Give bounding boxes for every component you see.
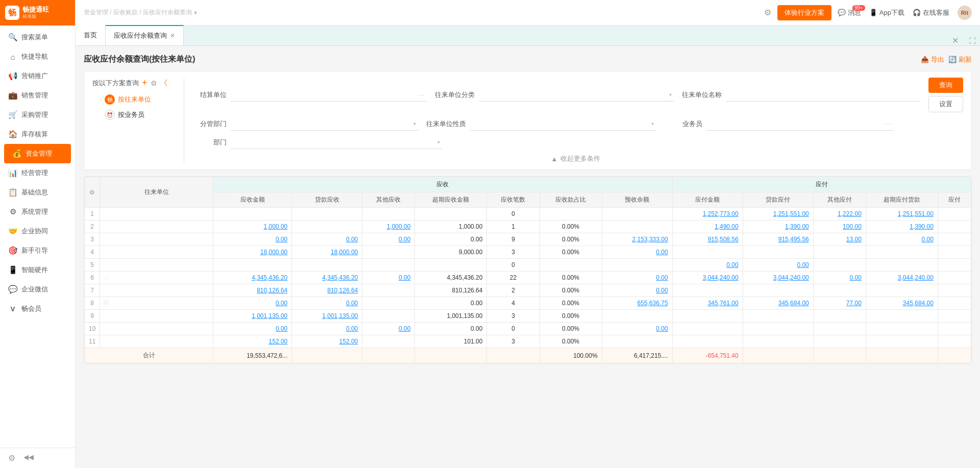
table-cell[interactable] (866, 335, 938, 348)
table-cell[interactable] (602, 310, 672, 323)
cell-link[interactable]: 3,044,240.00 (703, 274, 739, 281)
table-cell[interactable] (813, 246, 866, 259)
table-cell[interactable]: 0.00 (602, 323, 672, 335)
table-cell[interactable]: 0.00 (292, 297, 362, 310)
breadcrumb-chevron-icon[interactable]: ▾ (194, 9, 197, 16)
table-cell[interactable]: 1,222.00 (813, 208, 866, 220)
scheme-item-partner[interactable]: 畅 按往来单位 (101, 92, 178, 107)
ctrl-partner-category[interactable]: ▾ (479, 88, 673, 102)
sidebar-item-sales[interactable]: 💼 销售管理 (0, 86, 75, 105)
table-cell[interactable] (938, 259, 971, 272)
table-cell[interactable] (672, 284, 743, 297)
table-cell[interactable]: 1,251,551.00 (743, 208, 813, 220)
table-cell[interactable]: 1,390.00 (743, 220, 813, 233)
ctrl-dept-manager[interactable]: ▾ (231, 117, 418, 131)
cell-link[interactable]: 2,153,333.00 (632, 236, 668, 243)
table-cell[interactable] (672, 335, 743, 348)
cell-link[interactable]: 0.00 (656, 249, 668, 256)
scheme-item-salesman[interactable]: ⏰ 按业务员 (101, 108, 178, 122)
cell-link[interactable]: 0.00 (656, 325, 668, 332)
table-cell[interactable]: 0.00 (213, 323, 292, 335)
cell-link[interactable]: 0.00 (849, 274, 861, 281)
cell-link[interactable]: 0.00 (346, 325, 358, 332)
table-cell[interactable] (938, 335, 971, 348)
table-cell[interactable]: 0.00 (743, 259, 813, 272)
cell-link[interactable]: 655,636.75 (638, 300, 668, 307)
table-cell[interactable] (602, 335, 672, 348)
export-button[interactable]: 📤 导出 (921, 55, 944, 64)
cell-link[interactable]: 3,044,240.00 (773, 274, 809, 281)
salesman-dots-icon[interactable]: ··· (885, 120, 892, 128)
cell-link[interactable]: 1,490.00 (715, 223, 739, 230)
cell-link[interactable]: 1,251,551.00 (898, 210, 934, 217)
topbar-gear-icon[interactable]: ⚙ (764, 8, 771, 17)
table-cell[interactable]: 0.00 (602, 272, 672, 284)
table-cell[interactable]: 0.00 (292, 323, 362, 335)
set-button[interactable]: 设置 (928, 96, 963, 112)
cell-link[interactable]: 1,390.00 (785, 223, 809, 230)
table-cell[interactable]: 1,390.00 (866, 220, 938, 233)
sidebar-item-system[interactable]: ⚙ 系统管理 (0, 202, 75, 221)
sidebar-item-marketing[interactable]: 📢 营销推广 (0, 66, 75, 86)
tab-home[interactable]: 首页 (76, 25, 106, 45)
cell-link[interactable]: 1,390.00 (910, 223, 934, 230)
cell-link[interactable]: 1,000.00 (264, 223, 288, 230)
table-cell[interactable] (813, 284, 866, 297)
table-cell[interactable] (938, 220, 971, 233)
table-cell[interactable] (213, 208, 292, 220)
cell-link[interactable]: 0.00 (399, 325, 410, 332)
table-cell[interactable] (813, 259, 866, 272)
table-cell[interactable] (292, 259, 362, 272)
cell-link[interactable]: 345,684.00 (778, 300, 809, 307)
table-cell[interactable] (672, 310, 743, 323)
query-button[interactable]: 查询 (928, 78, 963, 93)
table-scroll[interactable]: ⚙ 往来单位 应收 应付 应收金额 贷款应收 其他应收 超期应收金额 应收笔数 (84, 177, 971, 363)
table-cell[interactable] (866, 284, 938, 297)
table-cell[interactable] (602, 208, 672, 220)
table-cell[interactable]: 0.00 (362, 272, 415, 284)
cell-link[interactable]: 152.00 (269, 338, 288, 345)
cell-link[interactable]: 77.00 (846, 300, 862, 307)
table-cell[interactable]: 0.00 (213, 233, 292, 246)
ctrl-partner-nature[interactable]: ▾ (470, 117, 656, 131)
table-cell[interactable] (362, 284, 415, 297)
table-cell[interactable]: 0.00 (362, 233, 415, 246)
table-cell[interactable]: 915,495.56 (743, 233, 813, 246)
settlement-dots-icon[interactable]: ··· (418, 91, 425, 98)
sidebar-item-operation[interactable]: 📊 经营管理 (0, 163, 75, 183)
cell-link[interactable]: 0.00 (726, 261, 738, 268)
table-cell[interactable]: 1,001,135.00 (292, 310, 362, 323)
refresh-button[interactable]: 🔄 刷新 (948, 55, 972, 64)
sidebar-item-member[interactable]: V 畅会员 (0, 299, 75, 318)
table-cell[interactable] (938, 233, 971, 246)
sidebar-item-collab[interactable]: 🤝 企业协同 (0, 221, 75, 241)
table-cell[interactable]: 3,044,240.00 (672, 272, 743, 284)
cell-link[interactable]: 1,001,135.00 (322, 312, 358, 319)
table-cell[interactable] (743, 323, 813, 335)
table-cell[interactable] (743, 284, 813, 297)
table-cell[interactable]: 655,636.75 (602, 297, 672, 310)
table-cell[interactable] (362, 259, 415, 272)
cell-link[interactable]: 13.00 (846, 236, 862, 243)
table-cell[interactable] (362, 246, 415, 259)
table-cell[interactable]: 0.00 (813, 272, 866, 284)
table-cell[interactable]: 1,000.00 (213, 220, 292, 233)
table-cell[interactable] (213, 259, 292, 272)
filter-add-icon[interactable]: + (142, 78, 148, 88)
table-cell[interactable]: 152.00 (213, 335, 292, 348)
table-cell[interactable] (362, 297, 415, 310)
table-cell[interactable]: 13.00 (813, 233, 866, 246)
table-cell[interactable] (743, 335, 813, 348)
table-cell[interactable] (672, 246, 743, 259)
collapse-icon[interactable]: ◀◀ (23, 453, 34, 463)
sidebar-item-basic[interactable]: 📋 基础信息 (0, 183, 75, 202)
cell-link[interactable]: 810,126.64 (327, 287, 358, 294)
cell-link[interactable]: 0.00 (346, 300, 358, 307)
sidebar-item-hardware[interactable]: 📱 智能硬件 (0, 260, 75, 280)
table-cell[interactable]: 0.00 (602, 246, 672, 259)
table-cell[interactable]: 1,000.00 (362, 220, 415, 233)
tab-maximize-icon[interactable]: ⛶ (965, 37, 980, 45)
user-avatar[interactable]: Rit (958, 6, 972, 20)
message-button[interactable]: 💬 消息 99+ (838, 8, 861, 17)
sidebar-item-guide[interactable]: 🎯 新手引导 (0, 241, 75, 260)
